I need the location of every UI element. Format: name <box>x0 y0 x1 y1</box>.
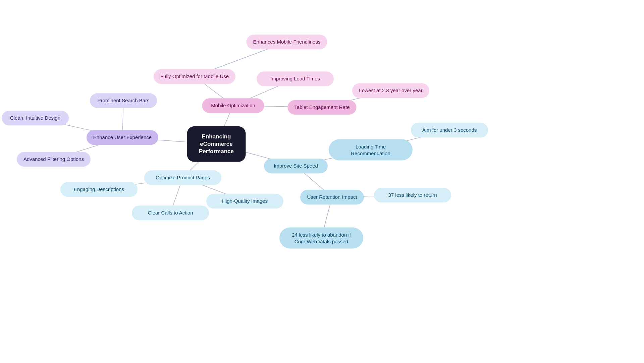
node-adv_filter: Advanced Filtering Options <box>17 152 91 167</box>
node-lowest_2_3: Lowest at 2.3 year over year <box>352 83 429 98</box>
node-center: Enhancing eCommerce Performance <box>187 126 246 162</box>
node-aim_3sec: Aim for under 3 seconds <box>411 123 488 137</box>
mindmap-container: Enhancing eCommerce PerformanceEnhance U… <box>0 0 644 363</box>
node-less_abandon: 24 less likely to abandon if Core Web Vi… <box>279 228 363 249</box>
node-clear_cta: Clear Calls to Action <box>132 205 209 220</box>
node-search_bars: Prominent Search Bars <box>90 93 157 108</box>
node-user_retention: User Retention Impact <box>300 190 364 204</box>
node-mobile_friendly: Enhances Mobile-Friendliness <box>247 35 327 49</box>
node-engaging_desc: Engaging Descriptions <box>60 182 138 197</box>
node-less_return: 37 less likely to return <box>374 188 451 202</box>
node-clean_design: Clean, Intuitive Design <box>2 111 69 125</box>
node-loading_time_rec: Loading Time Recommendation <box>329 139 413 161</box>
node-mobile_opt: Mobile Optimization <box>202 98 264 113</box>
connection-lines <box>0 0 644 363</box>
node-tablet_engage: Tablet Engagement Rate <box>287 100 356 115</box>
node-high_quality: High-Quality Images <box>206 194 283 208</box>
node-fully_mobile: Fully Optimized for Mobile Use <box>154 69 235 84</box>
node-enhance_ux: Enhance User Experience <box>87 130 158 145</box>
node-improve_speed: Improve Site Speed <box>264 159 328 173</box>
node-improving_load: Improving Load Times <box>257 71 334 86</box>
node-optimize_product: Optimize Product Pages <box>144 170 221 185</box>
